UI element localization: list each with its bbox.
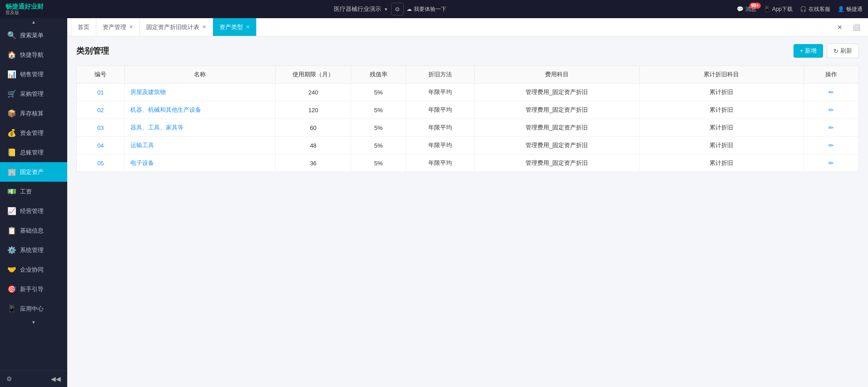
sidebar-scroll-up[interactable]: ▲ [0,18,67,25]
tab-depreciation-table[interactable]: 固定资产折旧统计表 ✕ [140,18,213,36]
tab-close-window-icon[interactable]: ✕ [833,21,846,34]
sidebar-item-inventory[interactable]: 📦 库存核算 [0,104,67,123]
sidebar-item-search[interactable]: 🔍 搜索菜单 [0,25,67,45]
tab-asset-mgmt[interactable]: 资产管理 ✕ [96,18,140,36]
topbar-center: 医疗器械行业演示 ▼ ⚙ ☁ 我要体验一下 [334,3,446,15]
sidebar-item-enterprise[interactable]: 🤝 企业协同 [0,260,67,279]
user-item[interactable]: 👤 畅捷通 [838,5,863,13]
settings-icon[interactable]: ⚙ [391,3,404,15]
col-header-method: 折旧方法 [406,66,475,84]
cloud-icon: ☁ [407,6,412,12]
cell-operation: ✏ [804,119,859,137]
edit-icon[interactable]: ✏ [828,89,834,96]
cell-name[interactable]: 运输工具 [124,137,275,154]
cell-operation: ✏ [804,101,859,119]
operations-icon: 📈 [7,207,16,215]
cell-expense-account: 管理费用_固定资产折旧 [475,119,640,137]
sidebar-item-label: 销售管理 [20,70,44,79]
tab-close-icon[interactable]: ✕ [129,24,133,30]
page-content: 类别管理 + 新增 ↻ 刷新 编号 名称 使用期限（月） 残值率 [67,36,868,387]
appcenter-icon: 📱 [7,304,16,313]
sidebar-item-ledger[interactable]: 📒 总账管理 [0,143,67,162]
col-header-expense: 费用科目 [475,66,640,84]
sidebar-item-salary[interactable]: 💵 工资 [0,182,67,201]
main-layout: ▲ 🔍 搜索菜单 🏠 快捷导航 📊 销售管理 🛒 采购管理 📦 库存核算 💰 资… [0,18,868,387]
purchase-icon: 🛒 [7,89,16,98]
inventory-icon: 📦 [7,109,16,118]
building-icon: 🏢 [7,168,16,176]
refresh-icon: ↻ [833,48,838,55]
col-header-accumulated: 累计折旧科目 [639,66,804,84]
tab-maximize-icon[interactable]: ⬜ [850,21,863,34]
sidebar-item-label: 总账管理 [20,149,44,157]
sidebar-item-label: 新手引导 [20,285,44,293]
sidebar-scroll-down[interactable]: ▼ [0,318,67,326]
cell-code[interactable]: 04 [77,137,125,154]
company-name[interactable]: 医疗器械行业演示 [334,5,381,13]
tab-home[interactable]: 首页 [71,18,96,36]
topbar: 畅捷通好业财 普及版 医疗器械行业演示 ▼ ⚙ ☁ 我要体验一下 💬 消息 99… [0,0,868,18]
refresh-button[interactable]: ↻ 刷新 [827,44,859,58]
message-item[interactable]: 💬 消息 99+ [737,5,756,13]
home-icon: 🏠 [7,50,16,59]
edit-icon[interactable]: ✏ [828,142,834,149]
sidebar-collapse-icon[interactable]: ◀◀ [51,375,61,382]
sidebar-item-label: 基础信息 [20,227,44,235]
col-header-residual: 残值率 [351,66,406,84]
cell-code[interactable]: 05 [77,154,125,172]
cell-months: 48 [276,137,351,154]
sidebar-item-shortcut[interactable]: 🏠 快捷导航 [0,45,67,64]
app-download-item[interactable]: 📱 App下载 [764,5,793,13]
sidebar-item-label: 搜索菜单 [20,31,44,40]
col-header-months: 使用期限（月） [276,66,351,84]
system-icon: ⚙️ [7,246,16,254]
edit-icon[interactable]: ✏ [828,106,834,114]
cell-accumulated-account: 累计折旧 [639,101,804,119]
table-row: 03 器具、工具、家具等 60 5% 年限平均 管理费用_固定资产折旧 累计折旧… [77,119,859,137]
table-row: 02 机器、机械和其他生产设备 120 5% 年限平均 管理费用_固定资产折旧 … [77,101,859,119]
cell-months: 120 [276,101,351,119]
cell-name[interactable]: 电子设备 [124,154,275,172]
cell-operation: ✏ [804,84,859,101]
cell-code[interactable]: 02 [77,101,125,119]
online-service-item[interactable]: 🎧 在线客服 [800,5,830,13]
cell-name[interactable]: 器具、工具、家具等 [124,119,275,137]
ledger-icon: 📒 [7,148,16,157]
cell-expense-account: 管理费用_固定资产折旧 [475,137,640,154]
sidebar-item-label: 固定资产 [20,168,44,176]
new-button[interactable]: + 新增 [794,44,823,58]
content-area: 首页 资产管理 ✕ 固定资产折旧统计表 ✕ 资产类型 ✕ ✕ ⬜ [67,18,868,387]
sidebar-item-capital[interactable]: 💰 资金管理 [0,123,67,143]
sidebar-item-system[interactable]: ⚙️ 系统管理 [0,240,67,260]
sidebar-item-fixed-assets[interactable]: 🏢 固定资产 [0,162,67,182]
tab-close-icon[interactable]: ✕ [202,24,206,30]
tab-asset-type[interactable]: 资产类型 ✕ [213,18,257,36]
cell-residual-rate: 5% [351,119,406,137]
cell-name[interactable]: 机器、机械和其他生产设备 [124,101,275,119]
sidebar-item-guide[interactable]: 🎯 新手引导 [0,279,67,299]
cell-code[interactable]: 03 [77,119,125,137]
cell-depreciation-method: 年限平均 [406,84,475,101]
cell-code[interactable]: 01 [77,84,125,101]
cell-expense-account: 管理费用_固定资产折旧 [475,154,640,172]
sidebar-item-purchase[interactable]: 🛒 采购管理 [0,84,67,104]
edit-icon[interactable]: ✏ [828,124,834,131]
experience-button[interactable]: ☁ 我要体验一下 [407,5,446,13]
sidebar-item-sales[interactable]: 📊 销售管理 [0,64,67,84]
sidebar-item-label: 企业协同 [20,266,44,274]
tab-close-icon[interactable]: ✕ [246,24,250,30]
sidebar-item-app-center[interactable]: 📱 应用中心 [0,299,67,318]
company-dropdown-icon[interactable]: ▼ [384,7,388,12]
sidebar-item-basic-info[interactable]: 📋 基础信息 [0,221,67,240]
sidebar-settings-icon[interactable]: ⚙ [6,375,12,382]
tab-bar-left: 首页 资产管理 ✕ 固定资产折旧统计表 ✕ 资产类型 ✕ [71,18,257,36]
sidebar-item-label: 快捷导航 [20,51,44,59]
col-header-name: 名称 [124,66,275,84]
sidebar-item-label: 库存核算 [20,109,44,118]
edit-icon[interactable]: ✏ [828,159,834,167]
sidebar-item-operations[interactable]: 📈 经营管理 [0,201,67,221]
cell-accumulated-account: 累计折旧 [639,137,804,154]
sidebar-bottom: ⚙ ◀◀ [0,370,67,387]
guide-icon: 🎯 [7,285,16,293]
cell-name[interactable]: 房屋及建筑物 [124,84,275,101]
